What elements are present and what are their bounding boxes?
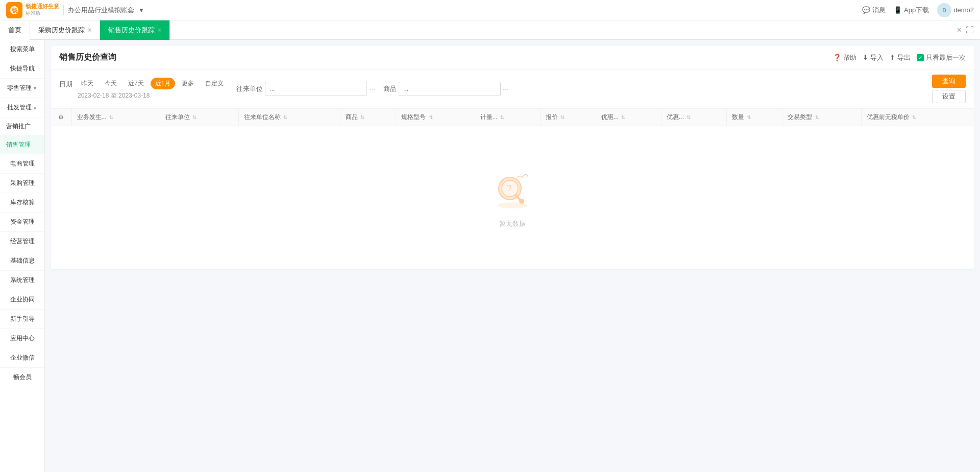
sidebar-item-basic-info[interactable]: 基础信息 <box>0 251 44 271</box>
page-card: 销售历史价查询 ❓ 帮助 ⬇ 导入 ⬆ 导出 <box>51 46 974 269</box>
th-goods-label: 商品 <box>346 113 358 121</box>
user-area[interactable]: D demo2 <box>937 3 974 17</box>
sidebar-item-app-center[interactable]: 应用中心 <box>0 329 44 348</box>
sidebar-item-system[interactable]: 系统管理 <box>0 271 44 290</box>
partner-filter-label: 往来单位 <box>236 84 263 93</box>
sidebar-item-search-menu[interactable]: 搜索菜单 <box>0 40 44 59</box>
tab-sales-close-icon[interactable]: × <box>158 27 161 34</box>
date-btn-last1m[interactable]: 近1月 <box>151 78 176 89</box>
partner-filter-input[interactable] <box>265 82 367 96</box>
wholesale-arrow-icon: ▲ <box>33 105 38 110</box>
tab-home[interactable]: 首页 <box>0 20 30 40</box>
sidebar-item-inventory[interactable]: 库存核算 <box>0 193 44 213</box>
sort-goods-icon: ⇅ <box>360 114 364 120</box>
th-gear[interactable]: ⚙ <box>51 109 71 126</box>
tab-sales-history[interactable]: 销售历史价跟踪 × <box>100 20 170 40</box>
page-header: 销售历史价查询 ❓ 帮助 ⬇ 导入 ⬆ 导出 <box>51 46 974 69</box>
logo-brand: 畅捷通好生意 <box>26 3 59 10</box>
quick-nav-label: 快捷导航 <box>10 64 35 73</box>
sidebar-item-enterprise[interactable]: 企业协同 <box>0 290 44 310</box>
tab-home-label: 首页 <box>8 26 21 35</box>
th-partner-code[interactable]: 往来单位 ⇅ <box>160 109 238 126</box>
th-discount1-label: 优惠... <box>601 113 619 121</box>
message-label: 消息 <box>872 6 886 15</box>
date-filter-label: 日期 <box>59 78 72 89</box>
app-download-btn[interactable]: 📱 App下载 <box>894 6 929 15</box>
date-btn-today[interactable]: 今天 <box>100 78 121 89</box>
main-layout: 搜索菜单 快捷导航 零售管理 ▼ 批发管理 ▲ 营销推广 销售管理 电商管理 采… <box>0 40 980 472</box>
th-biz-date[interactable]: 业务发生... ⇅ <box>71 109 160 126</box>
guide-label: 新手引导 <box>10 315 35 323</box>
sidebar-item-wechat[interactable]: 企业微信 <box>0 348 44 368</box>
filter-area: 日期 昨天 今天 近7天 近1月 更多 自定义 2023-02-18 至 202… <box>51 69 974 109</box>
export-icon: ⬆ <box>890 54 895 61</box>
sidebar-item-member[interactable]: 畅会员 <box>0 368 44 387</box>
help-label: 帮助 <box>843 53 856 62</box>
close-all-tabs-btn[interactable]: × <box>957 26 962 35</box>
page-container: 销售历史价查询 ❓ 帮助 ⬇ 导入 ⬆ 导出 <box>45 40 980 472</box>
table-header-row: ⚙ 业务发生... ⇅ 往来单位 ⇅ <box>51 109 974 126</box>
partner-filter-field: 往来单位 ··· <box>236 82 375 96</box>
goods-filter-input[interactable] <box>399 82 501 96</box>
only-last-checkbox[interactable]: 只看最后一次 <box>917 53 966 62</box>
filter-actions: 查询 设置 <box>932 75 966 103</box>
query-btn[interactable]: 查询 <box>932 75 966 88</box>
message-btn[interactable]: 💬 消息 <box>862 6 886 15</box>
fullscreen-btn[interactable]: ⛶ <box>966 26 974 35</box>
th-discount1[interactable]: 优惠... ⇅ <box>596 109 661 126</box>
sidebar-item-operations[interactable]: 经营管理 <box>0 232 44 251</box>
sidebar-item-purchase[interactable]: 采购管理 <box>0 174 44 193</box>
settings-btn[interactable]: 设置 <box>932 90 966 103</box>
sidebar: 搜索菜单 快捷导航 零售管理 ▼ 批发管理 ▲ 营销推广 销售管理 电商管理 采… <box>0 40 45 472</box>
th-pre-tax-price[interactable]: 优惠前无税单价 ⇅ <box>861 109 974 126</box>
th-pre-tax-price-label: 优惠前无税单价 <box>867 113 910 121</box>
tab-purchase-history[interactable]: 采购历史价跟踪 × <box>30 20 100 40</box>
th-trade-type[interactable]: 交易类型 ⇅ <box>782 109 861 126</box>
import-btn[interactable]: ⬇ 导入 <box>863 53 884 62</box>
th-quote-price[interactable]: 报价 ⇅ <box>540 109 596 126</box>
sidebar-item-wholesale-mgmt[interactable]: 批发管理 ▲ <box>0 98 44 117</box>
finance-label: 资金管理 <box>10 218 35 226</box>
th-unit[interactable]: 计量... ⇅ <box>475 109 540 126</box>
member-label: 畅会员 <box>13 373 32 382</box>
app-download-label: App下载 <box>904 6 929 15</box>
export-btn[interactable]: ⬆ 导出 <box>890 53 911 62</box>
th-trade-type-label: 交易类型 <box>788 113 812 121</box>
th-spec[interactable]: 规格型号 ⇅ <box>396 109 475 126</box>
sidebar-item-ecommerce[interactable]: 电商管理 <box>0 154 44 174</box>
sidebar-item-guide[interactable]: 新手引导 <box>0 310 44 329</box>
tabbar-actions: × ⛶ <box>957 26 980 35</box>
sidebar-item-quick-nav[interactable]: 快捷导航 <box>0 59 44 79</box>
date-btn-custom[interactable]: 自定义 <box>201 78 228 89</box>
page-header-actions: ❓ 帮助 ⬇ 导入 ⬆ 导出 只看最后一次 <box>833 53 966 62</box>
help-btn[interactable]: ❓ 帮助 <box>833 53 856 62</box>
enterprise-label: 企业协同 <box>10 295 35 304</box>
date-btn-last7[interactable]: 近7天 <box>124 78 149 89</box>
th-partner-name[interactable]: 往来单位名称 ⇅ <box>238 109 340 126</box>
th-partner-code-label: 往来单位 <box>165 113 190 121</box>
sidebar-item-sales-mgmt[interactable]: 销售管理 <box>0 136 44 154</box>
checkbox-icon <box>917 54 924 61</box>
date-btn-more[interactable]: 更多 <box>177 78 199 89</box>
message-icon: 💬 <box>862 6 870 14</box>
th-qty[interactable]: 数量 ⇅ <box>727 109 782 126</box>
th-qty-label: 数量 <box>732 113 744 121</box>
th-partner-name-label: 往来单位名称 <box>244 113 281 121</box>
app-dropdown-icon[interactable]: ▼ <box>138 7 144 14</box>
sidebar-item-retail-mgmt[interactable]: 零售管理 ▼ <box>0 79 44 98</box>
inventory-label: 库存核算 <box>10 198 35 207</box>
topbar-divider <box>63 5 64 15</box>
date-filter-group: 日期 昨天 今天 近7天 近1月 更多 自定义 2023-02-18 至 202… <box>59 78 228 100</box>
goods-filter-label: 商品 <box>383 84 397 93</box>
th-discount2[interactable]: 优惠... ⇅ <box>662 109 727 126</box>
tab-sales-history-label: 销售历史价跟踪 <box>108 26 155 35</box>
sort-unit-icon: ⇅ <box>500 114 504 120</box>
th-unit-label: 计量... <box>480 113 498 121</box>
sidebar-item-marketing[interactable]: 营销推广 <box>0 117 44 136</box>
th-goods[interactable]: 商品 ⇅ <box>340 109 396 126</box>
tab-purchase-close-icon[interactable]: × <box>88 27 91 34</box>
th-discount2-label: 优惠... <box>667 113 684 121</box>
sidebar-item-finance[interactable]: 资金管理 <box>0 213 44 232</box>
date-btn-yesterday[interactable]: 昨天 <box>77 78 98 89</box>
goods-filter-field: 商品 ··· <box>383 82 509 96</box>
